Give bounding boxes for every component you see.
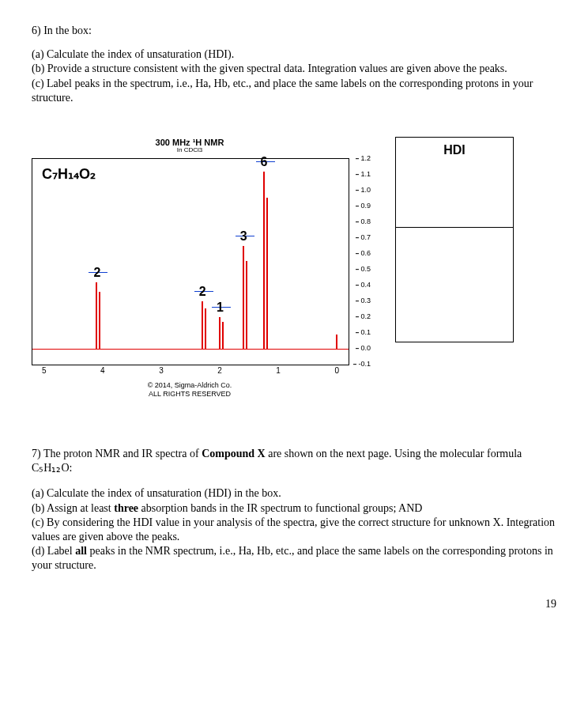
ytick: 0.3	[360, 297, 371, 306]
q7-d: (d) Label all peaks in the NMR spectrum,…	[32, 544, 556, 573]
ytick: -0.1	[358, 360, 371, 369]
q7-d-b: peaks in the NMR spectrum, i.e., Ha, Hb,…	[32, 545, 553, 571]
page-number: 19	[32, 597, 556, 611]
integration-label: 1	[217, 300, 224, 316]
peak	[263, 172, 265, 349]
peak	[205, 308, 206, 349]
q7-b-a: (b) Assign at least	[32, 502, 114, 514]
q7-b: (b) Assign at least three absorption ban…	[32, 501, 556, 516]
peak	[99, 292, 100, 348]
plot-area: C₇H₁₄O₂ 1.21.11.00.90.80.70.60.50.40.30.…	[32, 158, 349, 365]
peak	[202, 301, 203, 349]
peak	[222, 322, 224, 349]
xtick: 5	[42, 365, 47, 376]
peak	[219, 317, 220, 349]
integration-label: 6	[261, 154, 268, 171]
ytick: 0.2	[360, 312, 371, 322]
xtick: 0	[334, 365, 339, 376]
ytick: 0.0	[360, 344, 371, 354]
ytick: 1.2	[360, 154, 371, 164]
ytick: 0.1	[360, 328, 371, 338]
copyright-line1: © 2014, Sigma-Aldrich Co.	[0, 381, 379, 391]
xtick: 2	[217, 365, 222, 376]
hdi-boxes: HDI	[395, 137, 514, 342]
q6-b: (b) Provide a structure consistent with …	[32, 62, 556, 76]
xtick: 4	[100, 365, 105, 376]
ytick: 1.1	[360, 170, 371, 180]
hdi-box-bottom	[395, 228, 514, 342]
q7-b-b: absorption bands in the IR spectrum to f…	[138, 502, 422, 514]
chart-subtitle: In CDCl3	[0, 146, 379, 154]
ytick: 0.7	[360, 233, 371, 243]
copyright: © 2014, Sigma-Aldrich Co. ALL RIGHTS RES…	[0, 381, 379, 399]
integration-label: 2	[199, 284, 206, 301]
q7-intro-a: 7) The proton NMR and IR spectra of	[32, 448, 202, 459]
peak	[246, 261, 247, 349]
peak	[243, 246, 244, 349]
q7-b-three: three	[114, 502, 138, 514]
peak	[96, 282, 97, 349]
copyright-line2: ALL RIGHTS RESERVED	[0, 390, 379, 399]
baseline	[32, 349, 349, 350]
ytick: 1.0	[360, 186, 371, 195]
hdi-box-top: HDI	[395, 137, 514, 228]
q7-d-all: all	[75, 545, 87, 557]
nmr-chart: 300 MHz ¹H NMR In CDCl3 C₇H₁₄O₂ 1.21.11.…	[32, 137, 379, 399]
integration-label: 3	[240, 229, 247, 245]
peak	[336, 335, 337, 349]
q7-d-a: (d) Label	[32, 545, 75, 557]
ytick: 0.9	[360, 202, 371, 211]
chart-and-hdi-row: 300 MHz ¹H NMR In CDCl3 C₇H₁₄O₂ 1.21.11.…	[32, 137, 556, 399]
q7-compound: Compound X	[202, 448, 266, 459]
xtick: 3	[159, 365, 164, 376]
xtick: 1	[276, 365, 281, 376]
peak	[266, 198, 268, 348]
q6-parts: (a) Calculate the index of unsaturation …	[32, 47, 556, 105]
ytick: 0.6	[360, 249, 371, 259]
hdi-label: HDI	[443, 143, 466, 157]
ytick: 0.8	[360, 217, 371, 227]
q6-header: 6) In the box:	[32, 24, 556, 38]
q6-a: (a) Calculate the index of unsaturation …	[32, 47, 556, 62]
q6-c: (c) Label peaks in the spectrum, i.e., H…	[32, 77, 556, 105]
ytick: 0.5	[360, 265, 371, 274]
integration-label: 2	[93, 265, 100, 282]
q7-a: (a) Calculate the index of unsaturation …	[32, 486, 556, 501]
ytick: 0.4	[360, 281, 371, 290]
formula-label: C₇H₁₄O₂	[42, 165, 96, 183]
q7-c: (c) By considering the HDI value in your…	[32, 516, 556, 544]
q7-intro: 7) The proton NMR and IR spectra of Comp…	[32, 447, 556, 475]
